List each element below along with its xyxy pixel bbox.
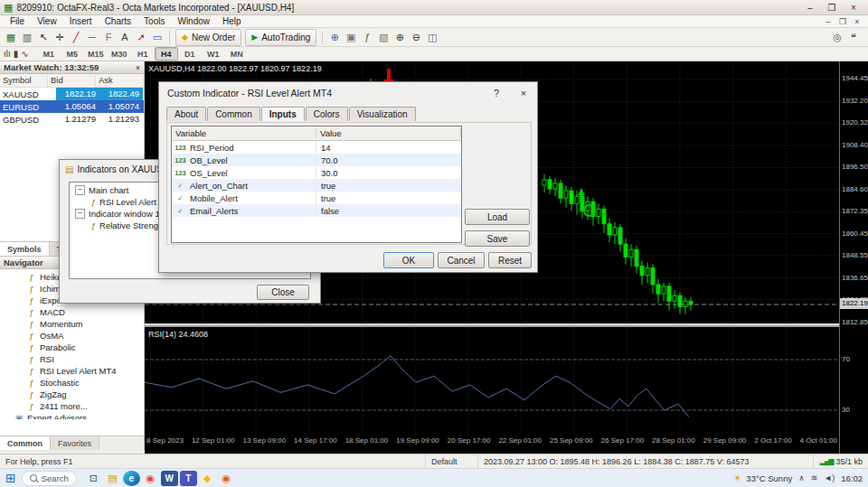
dialog-tab[interactable]: Common (207, 107, 260, 121)
autotrading-button[interactable]: ▶ AutoTrading (245, 29, 316, 46)
market-watch-row[interactable]: EURUSD 1.05064 1.05074 (0, 100, 144, 113)
inputs-table[interactable]: VariableValue 123 RSI_Period 14 123 OB_L… (171, 126, 462, 243)
trendline-icon[interactable]: ╱ (68, 30, 84, 45)
column-header[interactable]: Symbol (0, 74, 48, 87)
time-axis[interactable]: 8 Sep 202312 Sep 01:0013 Sep 09:0014 Sep… (145, 434, 839, 454)
help-icon[interactable]: ? (483, 82, 510, 104)
navigator-indicator-item[interactable]: ƒ Parabolic (0, 342, 144, 353)
navigator-indicator-item[interactable]: ƒ RSI (0, 353, 144, 365)
load-button[interactable]: Load (465, 209, 530, 225)
collapse-icon[interactable]: − (75, 185, 85, 195)
market-watch-close-icon[interactable]: × (136, 63, 140, 72)
mdi-minimize-icon[interactable]: – (821, 17, 835, 26)
navigator-indicator-item[interactable]: ƒ RSI Level Alert MT4 (0, 365, 144, 377)
bar-chart-icon[interactable]: ılı (4, 49, 11, 59)
market-watch-tab[interactable]: Symbols (0, 242, 50, 256)
new-order-button[interactable]: ◆ New Order (175, 29, 241, 46)
menu-item[interactable]: Help (216, 16, 248, 26)
crosshair-icon[interactable]: ✛ (52, 30, 68, 45)
templates-icon[interactable]: ▧ (375, 30, 392, 45)
navigator-indicator-item[interactable]: ƒ OsMA (0, 330, 144, 342)
file-explorer-icon[interactable]: ▤ (104, 471, 121, 486)
variable-value[interactable]: 14 (316, 143, 461, 153)
market-watch-row[interactable]: XAUUSD 1822.19 1822.49 (0, 88, 144, 100)
search-icon[interactable]: ◎ (829, 30, 845, 45)
taskbar-search[interactable]: Search (22, 471, 77, 486)
timeframe-button[interactable]: M5 (61, 47, 84, 61)
taskbar-weather[interactable]: ☀ 33°C Sunny (733, 473, 792, 484)
task-view-icon[interactable]: ⊡ (85, 471, 102, 486)
timeframe-button[interactable]: H4 (155, 47, 178, 61)
arrow-object-icon[interactable]: ➚ (133, 30, 149, 45)
zoom-out-icon[interactable]: ⊖ (408, 30, 424, 45)
input-row[interactable]: ✓ Email_Alerts false (172, 204, 461, 217)
reset-button[interactable]: Reset (488, 252, 532, 268)
dialog-close-icon[interactable]: × (510, 82, 537, 104)
volume-icon[interactable]: ◄) (824, 473, 835, 482)
market-watch-caption[interactable]: Market Watch: 13:32:59 × (0, 61, 144, 74)
expert-advisors-icon[interactable]: ▣ (343, 30, 359, 45)
tile-windows-icon[interactable]: ◫ (424, 30, 440, 45)
menu-item[interactable]: Tools (137, 16, 171, 26)
menu-item[interactable]: File (4, 16, 31, 26)
variable-value[interactable]: 70.0 (316, 155, 461, 165)
dialog-tab[interactable]: Colors (306, 107, 348, 121)
input-row[interactable]: 123 OB_Level 70.0 (172, 154, 461, 166)
start-icon[interactable]: ⊞ (5, 471, 16, 485)
close-button[interactable]: Close (257, 285, 309, 300)
menu-item[interactable]: View (31, 16, 63, 26)
market-watch-row[interactable]: GBPUSD 1.21279 1.21293 (0, 113, 144, 126)
timeframe-button[interactable]: D1 (178, 47, 202, 61)
status-profile[interactable]: Default (425, 454, 484, 468)
table-column-header[interactable]: Value (316, 128, 461, 138)
timeframe-button[interactable]: MN (225, 47, 249, 61)
variable-value[interactable]: 30.0 (316, 168, 461, 178)
navigator-indicator-item[interactable]: ƒ Stochastic (0, 377, 144, 389)
cursor-icon[interactable]: ↖ (35, 30, 52, 45)
word-icon[interactable]: W (161, 471, 178, 486)
maximize-icon[interactable]: ❒ (821, 1, 843, 14)
input-row[interactable]: 123 RSI_Period 14 (172, 141, 461, 154)
menu-item[interactable]: Insert (63, 16, 99, 26)
input-row[interactable]: 123 OS_Level 30.0 (172, 166, 461, 179)
navigator-tab[interactable]: Common (0, 436, 51, 450)
firefox-icon[interactable]: ◉ (218, 471, 235, 486)
taskbar-clock[interactable]: 16:02 (841, 473, 863, 483)
navigator-indicator-item[interactable]: ƒ 2411 more... (0, 400, 144, 412)
network-icon[interactable]: ≋ (811, 473, 818, 482)
menu-item[interactable]: Charts (99, 16, 137, 26)
cancel-button[interactable]: Cancel (438, 252, 485, 268)
variable-value[interactable]: true (316, 193, 461, 203)
close-icon[interactable]: × (843, 1, 864, 14)
new-chart-icon[interactable]: ▦ (3, 30, 19, 45)
custom-dialog-titlebar[interactable]: Custom Indicator - RSI Level Alert MT4 ?… (159, 82, 537, 104)
minimize-icon[interactable]: – (799, 1, 821, 14)
add-indicator-icon[interactable]: ƒ (359, 30, 375, 45)
navigator-tab[interactable]: Favorites (51, 436, 99, 450)
variable-value[interactable]: true (316, 181, 461, 191)
chrome-icon[interactable]: ◉ (142, 471, 159, 486)
shapes-icon[interactable]: ▭ (149, 30, 165, 45)
teams-icon[interactable]: T (180, 471, 197, 486)
timeframe-button[interactable]: M30 (108, 47, 131, 61)
mt4-icon[interactable]: ◆ (199, 471, 216, 486)
column-header[interactable]: Bid (48, 74, 96, 87)
input-row[interactable]: ✓ Alert_on_Chart true (172, 179, 461, 192)
timeframe-button[interactable]: M1 (37, 47, 61, 61)
save-button[interactable]: Save (465, 230, 530, 247)
timeframe-button[interactable]: M15 (84, 47, 108, 61)
input-row[interactable]: ✓ Mobile_Alert true (172, 192, 461, 204)
zoom-in-icon[interactable]: ⊕ (392, 30, 408, 45)
mql-community-icon[interactable]: ⊕ (326, 30, 343, 45)
text-label-icon[interactable]: A (117, 30, 133, 45)
edge-icon[interactable]: e (123, 471, 140, 486)
mdi-restore-icon[interactable]: ❐ (835, 17, 850, 26)
chat-icon[interactable]: ❝ (845, 30, 862, 45)
navigator-indicator-item[interactable]: ƒ ZigZag (0, 389, 144, 400)
horizontal-line-icon[interactable]: ─ (84, 30, 100, 45)
fibonacci-icon[interactable]: F (100, 30, 117, 45)
indicator-window-separator[interactable] (145, 323, 868, 327)
line-chart-icon[interactable]: ∿ (21, 49, 28, 59)
table-column-header[interactable]: Variable (172, 128, 316, 138)
menu-item[interactable]: Window (171, 16, 216, 26)
